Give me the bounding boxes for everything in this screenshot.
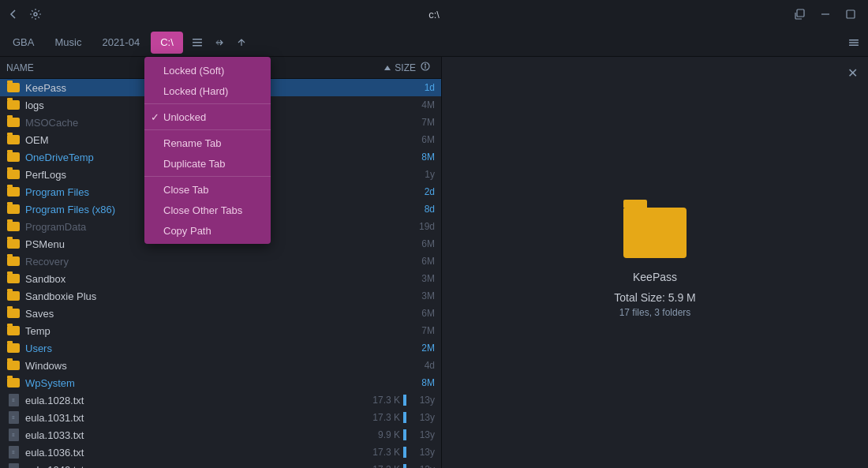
svg-rect-1 <box>797 9 804 17</box>
tab-actions <box>188 33 251 52</box>
file-size: 17.3 K <box>359 412 406 424</box>
list-item[interactable]: Windows4d <box>0 357 441 374</box>
settings-icon[interactable] <box>28 7 43 21</box>
main-layout: NAME SIZE KeePass1dlogs4MMSOCache7MOEM6M… <box>0 57 868 468</box>
file-date: 7M <box>406 325 435 336</box>
file-date: 3M <box>406 273 435 284</box>
folder-icon <box>7 378 20 388</box>
file-name: eula.1036.txt <box>25 447 359 459</box>
context-menu-item[interactable]: Copy Path <box>144 220 271 241</box>
svg-point-12 <box>425 64 426 65</box>
folder-icon <box>7 152 20 162</box>
file-date: 13y <box>406 412 435 423</box>
file-date: 2d <box>406 186 435 197</box>
file-name: Saves <box>25 308 359 320</box>
file-name: eula.1028.txt <box>25 395 359 406</box>
list-item[interactable]: Users2M <box>0 339 441 357</box>
tab-up-icon[interactable] <box>232 33 251 52</box>
tabbar: GBA Music 2021-04 C:\ <box>0 28 868 57</box>
folder-icon <box>7 326 20 335</box>
tab-arrows-icon[interactable] <box>210 33 229 52</box>
list-item[interactable]: Sandboxie Plus3M <box>0 287 441 305</box>
context-menu: Locked (Soft)Locked (Hard)UnlockedRename… <box>144 57 271 244</box>
list-item[interactable]: Saves6M <box>0 305 441 322</box>
folder-icon <box>7 204 20 214</box>
list-item[interactable]: ≡eula.1036.txt17.3 K13y <box>0 444 441 461</box>
tab-music[interactable]: Music <box>45 32 91 54</box>
file-date: 1d <box>406 82 435 93</box>
context-menu-item[interactable]: Locked (Hard) <box>144 80 271 101</box>
svg-rect-4 <box>193 39 202 40</box>
restore-button[interactable] <box>789 3 811 25</box>
file-date: 8d <box>406 204 435 215</box>
svg-rect-7 <box>849 39 859 41</box>
file-date: 4d <box>406 360 435 371</box>
size-column-header[interactable]: SIZE <box>353 62 416 73</box>
minimize-button[interactable] <box>814 3 836 25</box>
menu-separator <box>144 129 271 130</box>
file-name: Temp <box>25 325 359 337</box>
context-menu-item[interactable]: Close Tab <box>144 179 271 200</box>
name-label: NAME <box>6 62 34 73</box>
folder-icon <box>7 343 20 353</box>
preview-folder-icon <box>623 208 687 258</box>
back-icon[interactable] <box>6 7 21 21</box>
file-date: 8M <box>406 377 435 388</box>
list-item[interactable]: ≡eula.1028.txt17.3 K13y <box>0 391 441 409</box>
tab-c-drive[interactable]: C:\ <box>151 32 183 54</box>
file-name: Sandbox <box>25 273 359 285</box>
file-size: 17.3 K <box>359 464 406 468</box>
context-menu-item[interactable]: Duplicate Tab <box>144 153 271 174</box>
svg-rect-5 <box>193 42 202 43</box>
svg-point-0 <box>34 13 37 16</box>
list-item[interactable]: ≡eula.1031.txt17.3 K13y <box>0 409 441 426</box>
file-name: eula.1031.txt <box>25 412 359 424</box>
file-date: 19d <box>406 221 435 232</box>
folder-icon <box>7 135 20 144</box>
tab-2021-04[interactable]: 2021-04 <box>92 32 149 54</box>
list-item[interactable]: Temp7M <box>0 322 441 339</box>
info-column-header[interactable] <box>416 62 435 73</box>
file-date: 3M <box>406 290 435 301</box>
folder-icon <box>7 222 20 231</box>
file-icon: ≡ <box>9 394 19 406</box>
context-menu-item[interactable]: Locked (Soft) <box>144 60 271 80</box>
list-item[interactable]: WpSystem8M <box>0 374 441 391</box>
file-date: 6M <box>406 308 435 319</box>
context-menu-item[interactable]: Close Other Tabs <box>144 200 271 220</box>
svg-rect-6 <box>193 45 202 47</box>
folder-icon <box>7 100 20 110</box>
list-item[interactable]: ≡eula.1040.txt17.3 K13y <box>0 461 441 468</box>
file-date: 4M <box>406 99 435 110</box>
file-date: 13y <box>406 464 435 468</box>
file-date: 6M <box>406 134 435 145</box>
context-menu-item[interactable]: Unlocked <box>144 107 271 127</box>
list-item[interactable]: ≡eula.1033.txt9.9 K13y <box>0 426 441 444</box>
svg-rect-9 <box>849 44 859 46</box>
context-menu-item[interactable]: Rename Tab <box>144 133 271 153</box>
list-item[interactable]: Recovery6M <box>0 253 441 270</box>
folder-icon <box>7 83 20 92</box>
menu-separator <box>144 176 271 177</box>
preview-total-size: Total Size: 5.9 M <box>614 291 696 304</box>
tab-list-icon[interactable] <box>188 33 207 52</box>
file-date: 7M <box>406 117 435 128</box>
info-icon <box>421 62 430 71</box>
folder-icon <box>7 118 20 127</box>
maximize-button[interactable] <box>840 3 862 25</box>
list-item[interactable]: Sandbox3M <box>0 270 441 287</box>
titlebar-left <box>6 7 43 21</box>
hamburger-icon[interactable] <box>843 32 865 54</box>
file-name: eula.1033.txt <box>25 429 359 441</box>
file-icon: ≡ <box>9 446 19 459</box>
file-size: 17.3 K <box>359 395 406 406</box>
titlebar-path: c:\ <box>428 9 440 21</box>
file-date: 6M <box>406 238 435 249</box>
close-preview-button[interactable]: ✕ <box>843 63 862 82</box>
file-icon: ≡ <box>9 463 19 468</box>
file-name: eula.1040.txt <box>25 464 359 469</box>
svg-rect-8 <box>849 42 859 43</box>
file-date: 2M <box>406 343 435 354</box>
tab-gba[interactable]: GBA <box>3 32 43 54</box>
file-icon: ≡ <box>9 429 19 441</box>
